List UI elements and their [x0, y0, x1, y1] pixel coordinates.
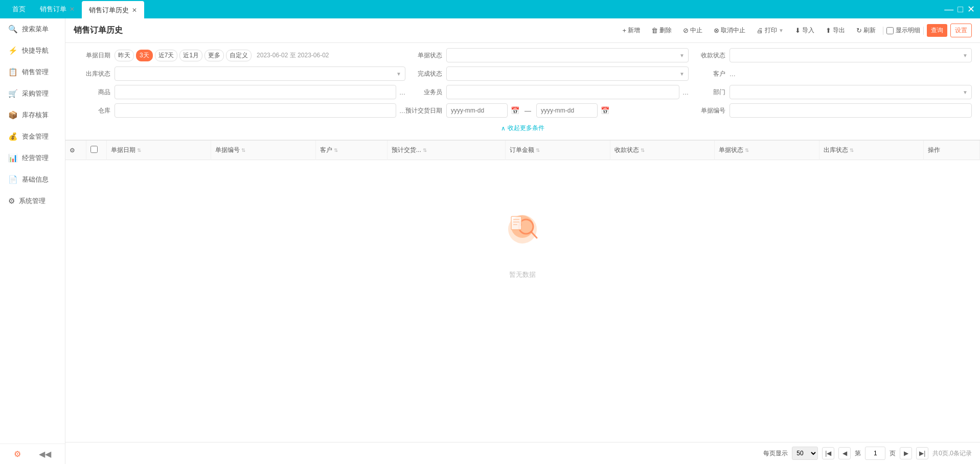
- sidebar-item-quick-nav-label: 快捷导航: [22, 46, 49, 55]
- filter-row-2: 出库状态 ▼ 完成状态 ▼: [74, 67, 972, 81]
- salesperson-input[interactable]: [446, 85, 679, 99]
- ops-mgmt-icon: 📊: [8, 153, 18, 163]
- expected-date-end-input[interactable]: [536, 103, 598, 118]
- sidebar-item-purchase-mgmt[interactable]: 🛒 采购管理: [0, 83, 65, 104]
- th-pay-status-sort-icon[interactable]: ⇅: [641, 147, 645, 153]
- window-min-button[interactable]: —: [944, 5, 953, 14]
- delivery-status-select[interactable]: [115, 67, 405, 81]
- print-label: 打印: [765, 26, 777, 35]
- sidebar-item-sys-mgmt[interactable]: ⚙ 系统管理: [0, 190, 65, 212]
- th-order-amount-sort-icon[interactable]: ⇅: [536, 147, 540, 153]
- th-expected-delivery: 预计交货... ⇅: [387, 141, 505, 160]
- query-button[interactable]: 查询: [927, 24, 947, 37]
- delete-button[interactable]: 🗑 删除: [647, 24, 676, 37]
- sidebar-item-basic-info[interactable]: 📄 基础信息: [0, 169, 65, 190]
- department-select[interactable]: [730, 85, 972, 99]
- th-order-no-label: 单据编号: [215, 146, 240, 153]
- th-delivery-status-sort-icon[interactable]: ⇅: [850, 147, 854, 153]
- select-all-checkbox[interactable]: [90, 146, 98, 153]
- product-input[interactable]: [115, 85, 396, 99]
- th-date-sort-icon[interactable]: ⇅: [137, 147, 141, 153]
- filter-row-3: 商品 ... 业务员 ... 部门 ▼: [74, 85, 972, 99]
- th-expected-delivery-sort-icon[interactable]: ⇅: [423, 147, 427, 153]
- sidebar-item-search-menu[interactable]: 🔍 搜索菜单: [0, 18, 65, 40]
- import-button[interactable]: ⬇ 导入: [791, 24, 818, 37]
- customer-ellipsis[interactable]: ...: [730, 70, 736, 78]
- window-close-button[interactable]: ✕: [967, 5, 975, 14]
- date-range-display: 2023-06-02 至 2023-06-02: [257, 51, 329, 60]
- delete-label: 删除: [659, 26, 672, 35]
- product-ellipsis[interactable]: ...: [399, 88, 405, 96]
- sales-mgmt-icon: 📋: [8, 68, 18, 77]
- show-detail-checkbox[interactable]: [886, 27, 894, 34]
- expected-date-start-input[interactable]: [446, 103, 508, 118]
- date-1month-btn[interactable]: 近1月: [179, 50, 202, 61]
- salesperson-label: 业务员: [405, 88, 446, 97]
- expected-date-label: 预计交货日期: [405, 106, 446, 115]
- export-button[interactable]: ⬆ 导出: [822, 24, 849, 37]
- sidebar-settings-icon[interactable]: ⚙: [14, 449, 21, 459]
- date-yesterday-btn[interactable]: 昨天: [115, 50, 134, 61]
- th-customer-label: 客户: [320, 146, 332, 153]
- tab-home-label: 首页: [12, 5, 26, 14]
- sidebar-collapse-icon[interactable]: ◀◀: [39, 449, 51, 459]
- sidebar-item-quick-nav[interactable]: ⚡ 快捷导航: [0, 40, 65, 61]
- show-detail-checkbox-wrap[interactable]: 显示明细: [886, 26, 920, 35]
- customer-label: 客户: [689, 70, 730, 78]
- stop-button[interactable]: ⊘ 中止: [679, 24, 706, 37]
- order-status-select[interactable]: [446, 48, 689, 62]
- order-no-input[interactable]: [730, 103, 972, 118]
- salesperson-ellipsis[interactable]: ...: [682, 88, 689, 96]
- page-first-button[interactable]: |◀: [822, 447, 834, 459]
- page-prev-button[interactable]: ◀: [838, 447, 851, 459]
- tab-sales-order-history[interactable]: 销售订单历史 ✕: [82, 1, 144, 19]
- th-pay-status-label: 收款状态: [614, 146, 639, 153]
- expected-date-end-calendar-icon[interactable]: 📅: [601, 106, 609, 115]
- th-order-status-sort-icon[interactable]: ⇅: [745, 147, 749, 153]
- date-3days-btn[interactable]: 3天: [136, 50, 153, 61]
- tab-sales-order[interactable]: 销售订单 ✕: [33, 0, 82, 18]
- date-custom-btn[interactable]: 自定义: [226, 50, 252, 61]
- tab-sales-order-close[interactable]: ✕: [70, 6, 75, 13]
- warehouse-ellipsis[interactable]: ...: [399, 106, 405, 115]
- table-header-row: ⚙ 单据日期 ⇅ 单据编号 ⇅: [65, 141, 980, 160]
- warehouse-input[interactable]: [115, 103, 396, 118]
- th-order-no-sort-icon[interactable]: ⇅: [241, 147, 245, 153]
- sidebar-item-finance-mgmt[interactable]: 💰 资金管理: [0, 126, 65, 147]
- th-customer-sort-icon[interactable]: ⇅: [334, 147, 338, 153]
- tab-sales-order-history-close[interactable]: ✕: [132, 7, 137, 14]
- sidebar-item-sales-mgmt[interactable]: 📋 销售管理: [0, 61, 65, 83]
- date-7days-btn[interactable]: 近7天: [155, 50, 178, 61]
- stop-icon: ⊘: [683, 27, 689, 34]
- stop-label: 中止: [690, 26, 702, 35]
- cancel-stop-button[interactable]: ⊗ 取消中止: [710, 24, 749, 37]
- page-size-select[interactable]: 50 10 20 100: [792, 447, 818, 460]
- sidebar-item-inventory-check[interactable]: 📦 库存核算: [0, 104, 65, 126]
- tab-sales-order-history-label: 销售订单历史: [89, 6, 129, 15]
- sidebar-item-ops-mgmt[interactable]: 📊 经营管理: [0, 147, 65, 169]
- print-button[interactable]: 🖨 打印 ▼: [753, 24, 788, 37]
- page-last-button[interactable]: ▶|: [916, 447, 928, 459]
- page-next-button[interactable]: ▶: [900, 447, 912, 459]
- collapse-button[interactable]: ∧ 收起更多条件: [501, 122, 544, 135]
- filter-row-4: 仓库 ... 预计交货日期 📅 — 📅 单据编号: [74, 103, 972, 118]
- settings-gear-icon[interactable]: ⚙: [70, 147, 75, 154]
- completion-status-select[interactable]: [446, 67, 689, 81]
- pay-status-select[interactable]: [730, 48, 972, 62]
- delivery-status-label: 出库状态: [74, 70, 115, 78]
- date-more-btn[interactable]: 更多: [204, 50, 224, 61]
- th-order-no: 单据编号 ⇅: [211, 141, 316, 160]
- expected-date-start-calendar-icon[interactable]: 📅: [511, 106, 519, 115]
- add-button[interactable]: + 新增: [619, 24, 645, 37]
- completion-status-label: 完成状态: [405, 70, 446, 78]
- show-detail-label: 显示明细: [896, 26, 920, 35]
- product-control: ...: [115, 85, 405, 99]
- collapse-label: 收起更多条件: [508, 124, 544, 132]
- refresh-button[interactable]: ↻ 刷新: [852, 24, 880, 37]
- window-max-button[interactable]: □: [958, 5, 963, 14]
- tab-home[interactable]: 首页: [5, 0, 33, 18]
- filter-settings-button[interactable]: 设置: [950, 24, 972, 37]
- th-operation-label: 操作: [928, 146, 940, 153]
- page-number-input[interactable]: [865, 447, 885, 460]
- tab-sales-order-label: 销售订单: [40, 5, 66, 14]
